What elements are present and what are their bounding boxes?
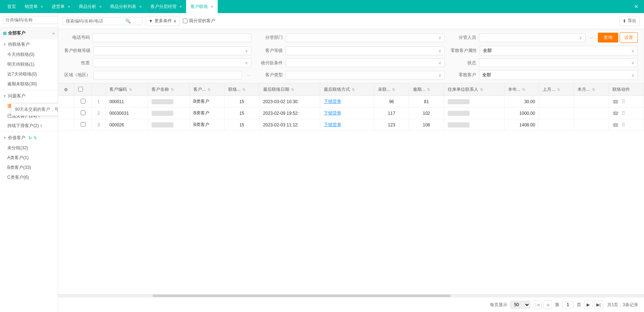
th-last-way[interactable]: 最后联络方式 ⇅ (320, 84, 374, 96)
th-type[interactable]: 客户... ⇅ (190, 84, 225, 96)
tab-purchase[interactable]: 进货单 × (47, 0, 74, 13)
nature-select[interactable]: ∨ (93, 58, 251, 67)
td-checkbox-0[interactable] (74, 96, 92, 108)
more-filter-btn[interactable]: ▼ 更多条件 ∧ (145, 16, 180, 26)
tab-sales[interactable]: 销货单 × (20, 0, 47, 13)
lost-warning-tooltip: 90天未交易的客户，可能有流失风险。 (11, 103, 58, 116)
prev-page-btn[interactable]: ◀ (543, 300, 552, 309)
td-checkbox-2[interactable] (74, 119, 92, 131)
more-icon-2[interactable]: ⠿ (621, 122, 625, 128)
th-code[interactable]: 客户编码 ⇅ (106, 84, 148, 96)
last-page-btn[interactable]: ▶| (594, 300, 603, 309)
td-way-1[interactable]: 下销货单 (320, 108, 374, 119)
row-checkbox-1[interactable] (81, 110, 85, 115)
main-search-input[interactable] (66, 19, 124, 24)
sidebar-item-c-class[interactable]: C类客户(6) (0, 173, 58, 182)
person-dots[interactable]: ··· (588, 35, 595, 40)
th-this-month[interactable]: 本月... ⇅ (574, 84, 609, 96)
edit-icon[interactable]: ✎ (33, 135, 37, 141)
current-page-input[interactable] (562, 301, 574, 308)
th-last-month[interactable]: 上月... ⇅ (539, 84, 574, 96)
sidebar-group-problem[interactable]: ▼ 问题客户 (0, 91, 58, 101)
settings-btn[interactable]: 设置 (620, 32, 638, 43)
sort-icon-contact: ⇅ (242, 88, 245, 92)
th-not-contact[interactable]: 未联... ⇅ (374, 84, 409, 96)
person-arrow-icon: ∨ (579, 35, 582, 40)
td-checkbox-1[interactable] (74, 108, 92, 119)
th-contact[interactable]: 联络... ⇅ (224, 84, 259, 96)
th-settings[interactable]: ⚙ (58, 84, 74, 96)
price-level-select[interactable]: ∨ (93, 46, 251, 55)
tab-analysis-list-close[interactable]: × (139, 4, 141, 9)
th-last-date[interactable]: 最后联络日期 ⇅ (259, 84, 320, 96)
tab-purchase-close[interactable]: × (68, 4, 70, 9)
sidebar-item-today[interactable]: 今天待联络(0) (0, 50, 58, 60)
th-this-year[interactable]: 本年... ⇅ (504, 84, 539, 96)
region-dots[interactable]: ··· (245, 73, 251, 78)
dept-select[interactable]: ∨ (286, 33, 444, 42)
sidebar-item-overdue-contact[interactable]: 逾期未联络(30) (0, 79, 58, 89)
th-overdue[interactable]: 逾期... ⇅ (409, 84, 444, 96)
contact-way-link-0[interactable]: 下销货单 (324, 99, 341, 104)
td-way-2[interactable]: 下销货单 (320, 119, 374, 131)
th-unit-contact[interactable]: 往来单位联系人 ⇅ (444, 84, 504, 96)
main-search-icon[interactable]: 🔍 (125, 19, 131, 24)
region-input[interactable] (93, 71, 242, 80)
tab-customer-connect[interactable]: 客户联络 × (186, 0, 217, 13)
td-way-0[interactable]: 下销货单 (320, 96, 374, 108)
level-select[interactable]: ∨ (286, 46, 444, 55)
contact-icon-1[interactable]: ☎ (612, 110, 619, 116)
sidebar-item-tomorrow[interactable]: 明天待联络(1) (0, 60, 58, 69)
collapse-icon[interactable]: « (52, 31, 55, 36)
sidebar-item-a-class[interactable]: A类客户(1) (0, 153, 58, 163)
tab-analysis-close[interactable]: × (99, 4, 101, 9)
zero-customer-select[interactable]: 全部 ∨ (479, 70, 638, 80)
payment-select[interactable]: ∨ (286, 58, 444, 67)
tab-analysis-list[interactable]: 商品分析列表 × (106, 0, 146, 13)
tab-sales-close[interactable]: × (41, 4, 43, 9)
row-checkbox-0[interactable] (81, 99, 85, 104)
more-icon-1[interactable]: ⠿ (621, 110, 625, 116)
query-btn[interactable]: 查询 (598, 33, 618, 42)
tab-customer-connect-close[interactable]: × (211, 4, 213, 9)
horizontal-scrollbar[interactable] (58, 294, 644, 297)
phone-input[interactable] (93, 33, 251, 42)
close-all-tabs[interactable]: × (631, 3, 641, 11)
th-name[interactable]: 客户名称 ⇅ (148, 84, 189, 96)
more-icon-0[interactable]: ⠿ (621, 99, 625, 105)
my-customers-checkbox[interactable] (183, 19, 188, 23)
tab-customer-tier[interactable]: 客户分层经营 × (146, 0, 186, 13)
sidebar-group-value[interactable]: ▼ 价值客户 ↻ ✎ (0, 133, 58, 143)
sidebar-item-ungroup[interactable]: 未分组(32) (0, 143, 58, 153)
contact-way-link-2[interactable]: 下销货单 (324, 122, 341, 127)
all-customers-header[interactable]: ⊞ 全部客户 « (0, 27, 58, 39)
contact-icon-0[interactable]: ☎ (612, 99, 619, 105)
status-select[interactable]: ∨ (479, 58, 638, 67)
refresh-icon[interactable]: ↻ (28, 135, 32, 141)
sidebar-item-b-class[interactable]: B类客户(33) (0, 163, 58, 173)
sidebar-group-pending[interactable]: ▼ 待联络客户 (0, 39, 58, 50)
person-select[interactable]: ∨ (479, 33, 585, 42)
first-page-btn[interactable]: |◀ (533, 300, 542, 309)
per-page-select[interactable]: 50 100 200 (510, 301, 530, 309)
contact-way-link-1[interactable]: 下销货单 (324, 110, 341, 116)
my-customers-wrap[interactable]: 我分管的客户 (183, 18, 215, 24)
zero-attr-select[interactable]: 全部 ∨ (480, 46, 638, 56)
scrollbar-thumb[interactable] (153, 295, 451, 297)
tab-analysis[interactable]: 商品分析 × (75, 0, 106, 13)
pending-group-label: 待联络客户 (8, 41, 30, 48)
tab-home[interactable]: 首页 (3, 0, 20, 13)
sidebar-item-7days[interactable]: 近7天待联络(0) (0, 69, 58, 79)
sidebar-search-input[interactable] (3, 16, 58, 24)
sidebar-item-declining[interactable]: 持续下滑客户(2) ℹ (0, 121, 58, 131)
contact-icon-2[interactable]: ☎ (612, 122, 619, 128)
next-page-btn[interactable]: ▶ (584, 300, 593, 309)
table-wrap: ⚙ 客户编码 ⇅ 客户名称 ⇅ 客户... ⇅ 联络... ⇅ 最后联络日期 ⇅… (58, 83, 644, 294)
export-btn[interactable]: ⬆ 导出 (619, 16, 640, 26)
all-customers-label: 全部客户 (8, 30, 25, 36)
row-checkbox-2[interactable] (81, 122, 85, 127)
customer-type-select[interactable]: ∨ (286, 71, 444, 80)
select-all-checkbox[interactable] (78, 87, 83, 92)
customer-type-label: 客户类型 (257, 72, 283, 78)
tab-customer-tier-close[interactable]: × (180, 4, 182, 9)
